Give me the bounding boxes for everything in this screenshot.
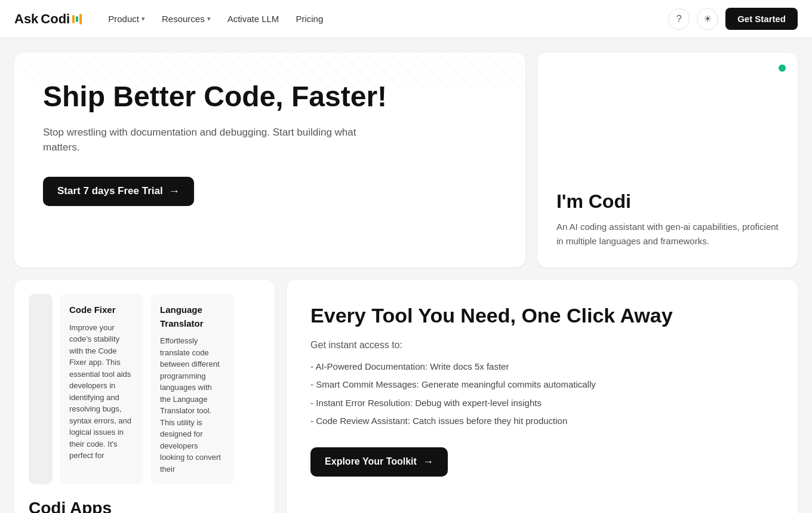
tools-list-item: - Instant Error Resolution: Debug with e… [310,394,774,413]
top-row: Ship Better Code, Faster! Stop wrestling… [14,53,798,268]
tools-list-item: - AI-Powered Documentation: Write docs 5… [310,358,774,376]
nav-activate-llm[interactable]: Activate LLM [220,9,287,29]
explore-arrow-icon: → [423,456,433,468]
help-button[interactable]: ? [668,8,690,30]
hero-title: Ship Better Code, Faster! [43,81,497,113]
tools-card: Every Tool You Need, One Click Away Get … [287,279,798,513]
codi-description: An AI coding assistant with gen-ai capab… [556,220,779,248]
product-chevron-icon: ▾ [142,15,145,23]
tools-list-item: - Smart Commit Messages: Generate meanin… [310,376,774,394]
sun-icon: ☀ [703,13,712,24]
code-fixer-description: Improve your code's stability with the C… [69,322,134,462]
nav-links: Product ▾ Resources ▾ Activate LLM Prici… [101,9,330,29]
page-content: Ship Better Code, Faster! Stop wrestling… [0,38,812,513]
svg-line-41 [497,53,525,88]
language-translator-title: Language Translator [160,303,224,330]
tools-list: - AI-Powered Documentation: Write docs 5… [310,358,774,431]
tools-list-item: - Code Review Assistant: Catch issues be… [310,412,774,431]
trial-button[interactable]: Start 7 days Free Trial → [43,177,194,206]
svg-line-43 [521,53,525,64]
language-translator-description: Effortlessly translate code between diff… [160,335,224,475]
nav-resources[interactable]: Resources ▾ [155,9,218,29]
help-icon: ? [676,14,682,24]
logo[interactable]: Ask Codi [14,11,82,27]
tools-intro: Get instant access to: [310,340,774,351]
code-fixer-card: Code Fixer Improve your code's stability… [60,294,143,484]
navbar: Ask Codi Product ▾ Resources ▾ Activate … [0,0,812,38]
logo-bar-2 [76,16,78,22]
tools-title: Every Tool You Need, One Click Away [310,303,774,328]
codi-card: I'm Codi An AI coding assistant with gen… [537,53,798,268]
nav-pricing-label: Pricing [296,14,323,24]
apps-label: Codi Apps [29,499,260,513]
apps-cards-row: Code Fixer Improve your code's stability… [29,294,260,484]
nav-product[interactable]: Product ▾ [101,9,152,29]
hero-subtitle: Stop wrestling with documentation and de… [43,125,377,155]
logo-bar-1 [72,15,75,23]
nav-product-label: Product [108,14,139,24]
logo-bars [72,14,82,24]
resources-chevron-icon: ▾ [207,15,211,23]
apps-card: Code Fixer Improve your code's stability… [14,279,275,513]
mini-card-placeholder [29,294,53,484]
nav-right: ? ☀ Get Started [668,8,798,30]
online-status-dot [779,64,786,72]
get-started-button[interactable]: Get Started [725,8,798,30]
nav-resources-label: Resources [162,14,205,24]
arrow-icon: → [169,185,180,198]
explore-button-label: Explore Your Toolkit [325,456,417,467]
hero-content: Ship Better Code, Faster! Stop wrestling… [43,81,497,206]
code-fixer-title: Code Fixer [69,303,134,317]
codi-name: I'm Codi [556,191,779,213]
nav-activate-llm-label: Activate LLM [227,14,279,24]
language-translator-card: Language Translator Effortlessly transla… [150,294,234,484]
nav-left: Ask Codi Product ▾ Resources ▾ Activate … [14,9,330,29]
svg-line-0 [14,53,43,88]
svg-line-42 [509,53,525,76]
logo-codi-text: Codi [41,11,70,27]
hero-card: Ship Better Code, Faster! Stop wrestling… [14,53,525,268]
logo-ask-text: Ask [14,11,38,27]
trial-button-label: Start 7 days Free Trial [57,185,163,197]
theme-toggle-button[interactable]: ☀ [697,8,718,30]
nav-pricing[interactable]: Pricing [288,9,330,29]
explore-button[interactable]: Explore Your Toolkit → [310,447,448,477]
bottom-row: Code Fixer Improve your code's stability… [14,279,798,513]
logo-bar-3 [79,14,82,24]
